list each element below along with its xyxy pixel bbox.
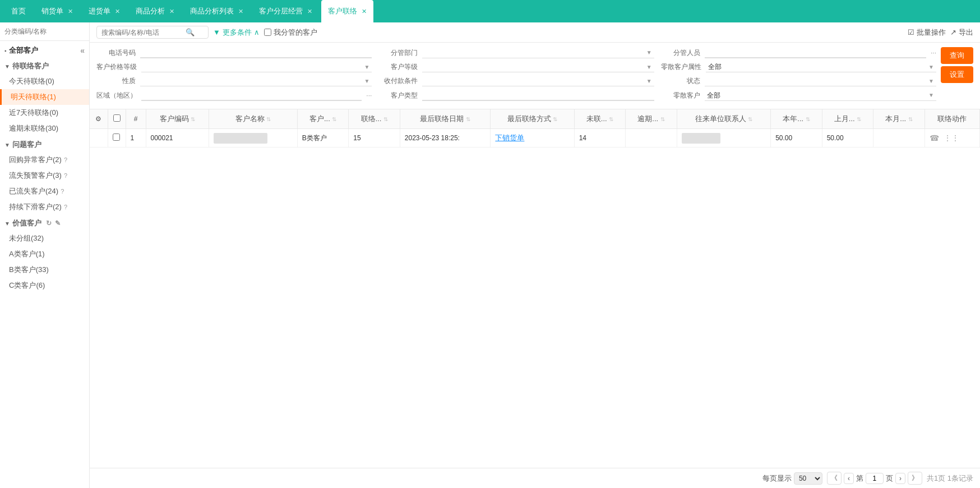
overdue-col-header[interactable]: 逾期... ⇅: [626, 109, 677, 129]
sidebar-repurchase-abnormal[interactable]: 回购异常客户(2) ?: [0, 152, 89, 168]
customer-type-input[interactable]: [422, 90, 654, 100]
top-nav: 首页 销货单 ✕ 进货单 ✕ 商品分析 ✕ 商品分析列表 ✕ 客户分层经营 ✕ …: [0, 0, 980, 22]
last-page-btn[interactable]: 》: [908, 472, 922, 485]
nav-customer-contact[interactable]: 客户联络 ✕: [321, 0, 373, 22]
table-header-row: ⚙ # 客户编码 ⇅ 客户名称 ⇅ 客户... ⇅ 联络... ⇅ 最后联络日期…: [90, 109, 980, 129]
filter-status: 状态 ▼: [661, 76, 936, 86]
contact-action-icon[interactable]: ☎: [930, 133, 939, 142]
person-ellipsis[interactable]: ···: [931, 49, 936, 57]
search-input[interactable]: [101, 29, 186, 36]
filter-customer-level: 客户等级 ▼: [378, 62, 654, 72]
sidebar-tomorrow-contact[interactable]: 明天待联络(1): [0, 89, 89, 105]
name-col-header[interactable]: 客户名称 ⇅: [209, 109, 298, 129]
refresh-icon[interactable]: ↻: [46, 219, 52, 227]
filter-icon: ▼: [213, 28, 220, 36]
first-page-btn[interactable]: 《: [827, 472, 842, 485]
payment-select[interactable]: [422, 76, 654, 86]
this-month-col-header[interactable]: 本月... ⇅: [873, 109, 925, 129]
search-wrap: 🔍: [96, 26, 209, 39]
all-customers-header[interactable]: ▪ 全部客户 «: [0, 41, 89, 58]
last-contact-date-col-header[interactable]: 最后联络日期 ⇅: [400, 109, 491, 129]
set-button[interactable]: 设置: [941, 66, 973, 83]
arrow-down-icon2: ▼: [4, 142, 10, 148]
filter-right: ☑ 批量操作 ↗ 导出: [908, 27, 973, 38]
main-layout: 🔍 ▪ 全部客户 « ▼ 待联络客户 今天待联络(0) 明天待联络(1) 近7天…: [0, 22, 980, 488]
select-all-checkbox[interactable]: [113, 114, 121, 122]
search-icon[interactable]: 🔍: [186, 28, 195, 36]
my-customers-checkbox[interactable]: [264, 29, 271, 36]
type-col-header[interactable]: 客户... ⇅: [297, 109, 349, 129]
arrow-down-icon: ▼: [4, 63, 10, 70]
sidebar-search-input[interactable]: [4, 27, 89, 35]
nav-home[interactable]: 首页: [4, 0, 33, 22]
checkbox-col-header: [108, 109, 126, 129]
total-info: 共1页 1条记录: [927, 473, 973, 484]
nav-close-sales[interactable]: ✕: [68, 8, 73, 15]
nav-purchase[interactable]: 进货单 ✕: [82, 0, 127, 22]
nav-close-customer-tiering[interactable]: ✕: [307, 8, 312, 15]
nav-product-analysis[interactable]: 商品分析 ✕: [129, 0, 181, 22]
edit-icon[interactable]: ✎: [55, 219, 61, 227]
more-conditions-btn[interactable]: ▼ 更多条件 ∧: [213, 27, 260, 38]
phone-input[interactable]: [140, 47, 372, 58]
last-contact-method-col-header[interactable]: 最后联络方式 ⇅: [491, 109, 574, 129]
nav-close-customer-contact[interactable]: ✕: [362, 8, 367, 15]
prev-page-btn[interactable]: ‹: [844, 473, 854, 484]
group-value-customers: ▼ 价值客户 ↻ ✎: [0, 215, 89, 231]
price-level-select[interactable]: [141, 62, 372, 72]
more-action-icon[interactable]: ⋮⋮: [944, 133, 959, 142]
nav-product-analysis-list[interactable]: 商品分析列表 ✕: [183, 0, 250, 22]
retail-customer-select[interactable]: 全部: [705, 90, 936, 100]
overdue-sort-icon: ⇅: [660, 116, 665, 122]
name-sort-icon: ⇅: [266, 116, 271, 122]
retail-attr-select[interactable]: 全部: [706, 62, 936, 72]
status-select[interactable]: [705, 76, 936, 86]
collapse-btn[interactable]: «: [80, 46, 85, 55]
this-year-col-header[interactable]: 本年... ⇅: [771, 109, 822, 129]
page-size-wrap: 每页显示 50 100: [762, 472, 822, 485]
person-input[interactable]: [705, 47, 926, 58]
batch-op-btn[interactable]: ☑ 批量操作: [908, 27, 946, 38]
query-button[interactable]: 查询: [941, 47, 973, 64]
customer-level-select[interactable]: [422, 62, 654, 72]
sidebar-b-customers[interactable]: B类客户(33): [0, 262, 89, 278]
sidebar-a-customers[interactable]: A类客户(1): [0, 246, 89, 262]
nav-sales-order[interactable]: 销货单 ✕: [35, 0, 80, 22]
row-overdue: [626, 129, 677, 148]
region-ellipsis[interactable]: ···: [366, 91, 372, 99]
page-size-select[interactable]: 50 100: [794, 472, 822, 485]
nav-customer-tiering[interactable]: 客户分层经营 ✕: [252, 0, 319, 22]
table-row: 1 000021 ██████ B类客户 15 2023-05-23 18:25…: [90, 129, 980, 148]
last-method-link[interactable]: 下销货单: [495, 133, 524, 142]
contact-count-col-header[interactable]: 联络... ⇅: [349, 109, 400, 129]
row-select-checkbox[interactable]: [113, 133, 120, 141]
unit-contact-col-header[interactable]: 往来单位联系人 ⇅: [677, 109, 771, 129]
sidebar-c-customers[interactable]: C类客户(6): [0, 278, 89, 293]
code-col-header[interactable]: 客户编码 ⇅: [146, 109, 209, 129]
gender-select[interactable]: [140, 76, 372, 86]
type-sort-icon: ⇅: [332, 116, 336, 122]
nav-close-purchase[interactable]: ✕: [115, 8, 120, 15]
row-last-date: 2023-05-23 18:25:: [400, 129, 491, 148]
sidebar-churned[interactable]: 已流失客户(24) ?: [0, 183, 89, 199]
last-month-col-header[interactable]: 上月... ⇅: [822, 109, 873, 129]
filter-price-level: 客户价格等级 ▼: [96, 62, 372, 72]
dept-select[interactable]: [422, 48, 654, 58]
sidebar-ungrouped[interactable]: 未分组(32): [0, 231, 89, 246]
page-input[interactable]: [866, 473, 884, 484]
sidebar-today-contact[interactable]: 今天待联络(0): [0, 73, 89, 89]
region-input[interactable]: [141, 90, 362, 100]
filter-person: 分管人员 ···: [661, 47, 936, 58]
nav-close-product-analysis[interactable]: ✕: [169, 8, 174, 15]
sidebar-7day-contact[interactable]: 近7天待联络(0): [0, 105, 89, 121]
no-contact-sort-icon: ⇅: [609, 116, 613, 122]
sidebar-declining[interactable]: 持续下滑客户(2) ?: [0, 199, 89, 215]
nav-close-product-analysis-list[interactable]: ✕: [238, 8, 243, 15]
sidebar-overdue-contact[interactable]: 逾期未联络(30): [0, 121, 89, 136]
no-contact-col-header[interactable]: 未联... ⇅: [574, 109, 626, 129]
sidebar-churn-warning[interactable]: 流失预警客户(3) ?: [0, 168, 89, 183]
row-code: 000021: [146, 129, 209, 148]
next-page-btn[interactable]: ›: [895, 473, 905, 484]
export-btn[interactable]: ↗ 导出: [950, 27, 973, 38]
settings-col-header[interactable]: ⚙: [90, 109, 108, 129]
